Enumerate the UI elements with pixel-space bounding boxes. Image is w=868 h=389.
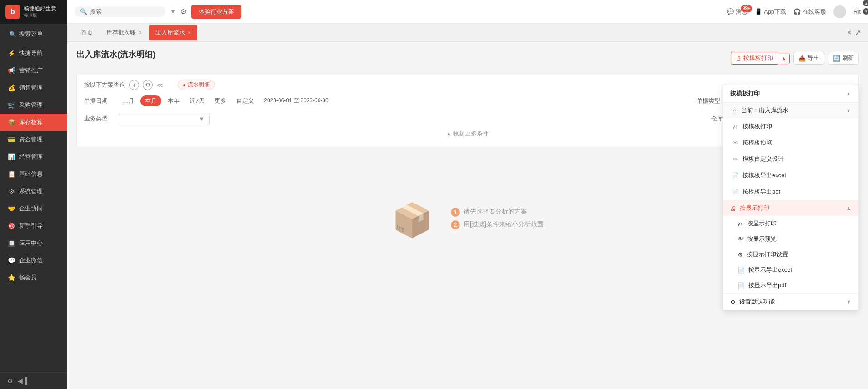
current-label: 当前：出入库流水 [741, 106, 788, 115]
dropdown-item-template-preview[interactable]: 👁 按模板预览 [723, 135, 858, 151]
page-title: 出入库流水(流水明细) [76, 49, 155, 60]
sidebar-item-guide[interactable]: 🎯新手引导 [0, 217, 67, 234]
filter-tag-item[interactable]: ● 流水明细 [178, 80, 215, 90]
item-template-excel-label: 按模板导出excel [743, 171, 786, 180]
sidebar-item-purchase[interactable]: 🛒采购管理 [0, 96, 67, 114]
tabs-actions: × ⤢ [847, 28, 861, 37]
tab-stock-flow[interactable]: 出入库流水 × [149, 25, 197, 40]
dropdown-default-settings[interactable]: ⚙ 设置默认功能 ▼ [723, 293, 858, 310]
service-label: 在线客服 [803, 8, 826, 16]
collab-icon: 🤝 [7, 204, 15, 213]
refresh-button[interactable]: 🔄 刷新 [828, 52, 859, 65]
collab-label: 企业协同 [19, 204, 43, 213]
shortcut-icon: ⚡ [7, 49, 15, 57]
sidebar-item-base[interactable]: 📋基础信息 [0, 165, 67, 183]
date-opt-last-month[interactable]: 上月 [119, 95, 138, 106]
dropdown-chevron-up[interactable]: ▲ [846, 90, 851, 97]
dropdown-item-display-preview[interactable]: 👁 按显示预览 [723, 231, 858, 247]
date-range-display: 2023-06-01 至 2023-06-30 [264, 97, 328, 105]
operations-icon: 📊 [7, 153, 15, 161]
dropdown-item-display-excel[interactable]: 📄 按显示导出excel [723, 262, 858, 278]
app-download-button[interactable]: 📱 App下载 [755, 8, 786, 16]
dropdown-item-display-pdf[interactable]: 📄 按显示导出pdf [723, 278, 858, 293]
online-service-button[interactable]: 🎧 在线客服 [793, 8, 826, 16]
date-opt-7days[interactable]: 近7天 [186, 95, 208, 106]
trial-button[interactable]: 体验行业方案 [191, 5, 241, 19]
search-dropdown-icon[interactable]: ▼ [170, 8, 176, 15]
tab-batch-close[interactable]: × [139, 30, 142, 36]
item-print-icon: 🖨 [732, 123, 739, 130]
sidebar-item-inventory[interactable]: 📦库存核算 [0, 114, 67, 131]
collapse-filter-button[interactable]: ≪ [156, 81, 163, 89]
search-menu-button[interactable]: 🔍 搜索菜单 [5, 27, 62, 41]
item-display-preview-label: 按显示预览 [747, 235, 777, 243]
biz-type-select[interactable]: ▼ [119, 113, 210, 125]
sidebar-item-system[interactable]: ⚙系统管理 [0, 183, 67, 200]
app-download-icon: 📱 [755, 8, 762, 15]
export-button[interactable]: 📤 导出 [793, 52, 824, 65]
service-icon: 🎧 [793, 8, 801, 15]
add-filter-button[interactable]: + [129, 80, 139, 90]
dropdown-item-template-pdf[interactable]: 📄 按模板导出pdf [723, 184, 858, 200]
filter-settings-button[interactable]: ⚙ [143, 80, 153, 90]
sidebar-item-shortcut[interactable]: ⚡快捷导航 [0, 45, 67, 62]
sidebar: b 畅捷通好生意 标准版 🔍 搜索菜单 ⚡快捷导航📢营销推广💰销售管理🛒采购管理… [0, 0, 67, 389]
sidebar-item-collab[interactable]: 🤝企业协同 [0, 200, 67, 217]
sidebar-search-area[interactable]: 🔍 搜索菜单 [0, 24, 67, 45]
date-opt-this-month[interactable]: 本月 [140, 95, 161, 106]
tab-maximize-button[interactable]: ⤢ [855, 28, 861, 37]
username-label[interactable]: Rit [853, 8, 861, 15]
refresh-label: 刷新 [842, 54, 854, 62]
date-opt-more[interactable]: 更多 [211, 95, 230, 106]
app-download-label: App下载 [764, 8, 786, 16]
topbar-gear-icon[interactable]: ⚙ [180, 7, 187, 16]
item-template-print-label: 按模板打印 [743, 122, 772, 130]
tab-home[interactable]: 首页 [75, 25, 99, 40]
template-print-button[interactable]: 🖨 按模板打印 [731, 52, 778, 65]
display-section-label: 按显示打印 [740, 204, 769, 212]
display-print-section[interactable]: 🖨 按显示打印 ▲ [723, 200, 858, 216]
tab-home-label: 首页 [81, 29, 93, 37]
doc-type-label: 单据类型 [697, 97, 724, 105]
sidebar-item-member[interactable]: ⭐畅会员 [0, 269, 67, 286]
guide-icon: 🎯 [7, 222, 15, 230]
main-area: 🔍 ▼ ⚙ 体验行业方案 💬 消息 99+ 📱 App下载 🎧 在线客服 Rit [67, 0, 868, 389]
template-print-chevron[interactable]: ▲ [778, 53, 790, 64]
sidebar-item-apps[interactable]: 🔲应用中心 [0, 234, 67, 252]
purchase-icon: 🛒 [7, 101, 15, 109]
sidebar-item-sales[interactable]: 💰销售管理 [0, 79, 67, 96]
scroll-up-btn[interactable]: ▲ [863, 0, 868, 6]
sidebar-item-marketing[interactable]: 📢营销推广 [0, 62, 67, 79]
user-avatar[interactable] [833, 5, 846, 18]
dropdown-item-template-excel[interactable]: 📄 按模板导出excel [723, 167, 858, 184]
tabs-bar: 首页 库存批次账 × 出入库流水 × × ⤢ [67, 24, 868, 42]
item-display-excel-label: 按显示导出excel [748, 266, 792, 274]
dropdown-item-display-settings[interactable]: ⚙ 按显示打印设置 [723, 247, 858, 262]
search-input[interactable] [90, 8, 154, 15]
dropdown-current: 🖨 当前：出入库流水 ▼ [723, 103, 858, 118]
scroll-down-btn[interactable]: ▼ [863, 8, 868, 15]
refresh-icon: 🔄 [833, 55, 840, 62]
tab-batch-account[interactable]: 库存批次账 × [100, 25, 148, 40]
dropdown-item-template-design[interactable]: ✏ 模板自定义设计 [723, 151, 858, 167]
sidebar-item-finance[interactable]: 💳资金管理 [0, 131, 67, 148]
step-1-number: 1 [451, 208, 460, 217]
collapse-label: 收起更多条件 [453, 130, 489, 138]
topbar-search-box[interactable]: 🔍 [75, 6, 165, 17]
tab-close-button[interactable]: × [847, 29, 851, 37]
empty-steps: 1 请先选择要分析的方案 2 用[过滤]条件来缩小分析范围 [451, 208, 544, 233]
item-excel1-icon: 📄 [732, 172, 739, 179]
sidebar-item-wechat[interactable]: 💬企业微信 [0, 252, 67, 269]
tab-flow-close[interactable]: × [188, 30, 191, 36]
date-opt-custom[interactable]: 自定义 [233, 95, 258, 106]
guide-label: 新手引导 [19, 222, 43, 230]
date-opt-this-year[interactable]: 本年 [164, 95, 183, 106]
sidebar-item-operations[interactable]: 📊经营管理 [0, 148, 67, 165]
topbar-search-icon: 🔍 [80, 8, 87, 15]
dropdown-item-template-print[interactable]: 🖨 按模板打印 [723, 118, 858, 135]
dropdown-item-display-print[interactable]: 🖨 按显示打印 [723, 216, 858, 231]
settings-icon[interactable]: ⚙ [7, 377, 13, 384]
item-display-preview-icon: 👁 [738, 236, 743, 243]
message-button[interactable]: 💬 消息 99+ [727, 8, 748, 16]
collapse-sidebar-icon[interactable]: ◀▐ [18, 377, 27, 384]
